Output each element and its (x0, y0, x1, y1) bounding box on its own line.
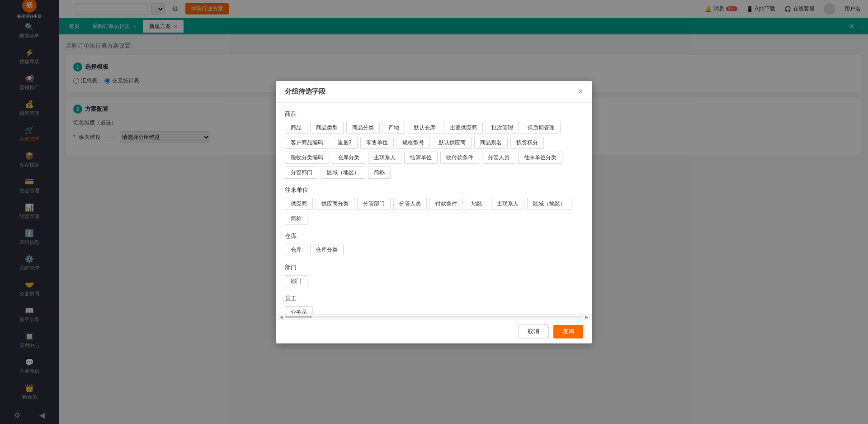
field-tag[interactable]: 仓库分类 (332, 152, 365, 164)
field-tag[interactable]: 分管人员 (482, 152, 515, 164)
section-warehouse: 仓库 仓库 仓库分类 (285, 232, 583, 256)
field-tag[interactable]: 产地 (382, 122, 405, 134)
field-tag[interactable]: 批次管理 (486, 122, 519, 134)
modal-overlay: 分组待选字段 ✕ 商品 商品 商品类型 商品分类 产地 默认仓库 主要供应商 批… (0, 0, 868, 424)
warehouse-fields: 仓库 仓库分类 (285, 244, 583, 256)
horizontal-scrollbar[interactable]: ◀ ▶ (276, 314, 592, 319)
scroll-right-arrow[interactable]: ▶ (585, 314, 589, 319)
field-tag[interactable]: 供应商 (285, 198, 313, 210)
field-tag[interactable]: 默认供应商 (433, 137, 472, 149)
field-tag[interactable]: 主联系人 (491, 198, 524, 210)
field-tag[interactable]: 客户商品编码 (285, 137, 329, 149)
field-tag[interactable]: 仓库 (285, 244, 307, 256)
field-tag[interactable]: 商品分类 (346, 122, 380, 134)
field-tag[interactable]: 区域（地区） (321, 167, 365, 179)
field-tag[interactable]: 税收分类编码 (285, 152, 329, 164)
employee-fields: 业务员 (285, 306, 583, 314)
field-tag[interactable]: 保质期管理 (522, 122, 561, 134)
field-tag[interactable]: 规格型号 (396, 137, 430, 149)
field-tag[interactable]: 分管人员 (393, 198, 427, 210)
field-tag[interactable]: 零售单位 (360, 137, 394, 149)
field-tag[interactable]: 默认仓库 (408, 122, 441, 134)
partner-fields: 供应商 供应商分类 分管部门 分管人员 付款条件 地区 主联系人 区域（地区） … (285, 198, 583, 225)
field-tag[interactable]: 业务员 (285, 306, 313, 314)
product-fields: 商品 商品类型 商品分类 产地 默认仓库 主要供应商 批次管理 保质期管理 客户… (285, 122, 583, 179)
field-tag[interactable]: 简称 (368, 167, 391, 179)
field-tag[interactable]: 商品类型 (310, 122, 344, 134)
section-department: 部门 部门 (285, 263, 583, 287)
field-tag[interactable]: 分管部门 (357, 198, 391, 210)
section-warehouse-title: 仓库 (285, 232, 583, 240)
department-fields: 部门 (285, 275, 583, 287)
field-tag[interactable]: 商品别名 (474, 137, 508, 149)
field-tag[interactable]: 地区 (466, 198, 488, 210)
field-tag[interactable]: 付款条件 (429, 198, 463, 210)
section-employee: 员工 业务员 (285, 295, 583, 314)
modal-close-button[interactable]: ✕ (577, 87, 583, 96)
confirm-button[interactable]: 查询 (553, 325, 583, 338)
section-partner: 往来单位 供应商 供应商分类 分管部门 分管人员 付款条件 地区 主联系人 区域… (285, 186, 583, 225)
field-tag[interactable]: 商品 (285, 122, 307, 134)
section-employee-title: 员工 (285, 295, 583, 303)
field-tag[interactable]: 简称 (285, 213, 307, 225)
field-tag[interactable]: 区域（地区） (527, 198, 571, 210)
field-tag[interactable]: 主联系人 (368, 152, 401, 164)
section-partner-title: 往来单位 (285, 186, 583, 194)
field-tag[interactable]: 仓库分类 (310, 244, 344, 256)
section-department-title: 部门 (285, 263, 583, 272)
modal-title: 分组待选字段 (285, 87, 326, 96)
scrollbar-track (285, 316, 583, 318)
field-tag[interactable]: 分管部门 (285, 167, 318, 179)
modal-header: 分组待选字段 ✕ (276, 81, 592, 103)
field-tag[interactable]: 结算单位 (404, 152, 438, 164)
field-tag[interactable]: 部门 (285, 275, 307, 287)
modal-body[interactable]: 商品 商品 商品类型 商品分类 产地 默认仓库 主要供应商 批次管理 保质期管理… (276, 103, 592, 314)
field-tag[interactable]: 重量3 (332, 137, 358, 149)
field-tag[interactable]: 主要供应商 (444, 122, 483, 134)
field-tag[interactable]: 拣货积分 (510, 137, 544, 149)
modal-footer: 取消 查询 (276, 319, 592, 343)
field-tag[interactable]: 供应商分类 (316, 198, 354, 210)
section-product: 商品 商品 商品类型 商品分类 产地 默认仓库 主要供应商 批次管理 保质期管理… (285, 110, 583, 179)
section-product-title: 商品 (285, 110, 583, 118)
field-tag[interactable]: 收付款条件 (440, 152, 479, 164)
scrollbar-thumb (285, 316, 312, 318)
scroll-left-arrow[interactable]: ◀ (279, 314, 283, 319)
cancel-button[interactable]: 取消 (518, 324, 549, 339)
field-select-modal: 分组待选字段 ✕ 商品 商品 商品类型 商品分类 产地 默认仓库 主要供应商 批… (276, 81, 592, 343)
field-tag[interactable]: 往来单位分类 (518, 152, 562, 164)
